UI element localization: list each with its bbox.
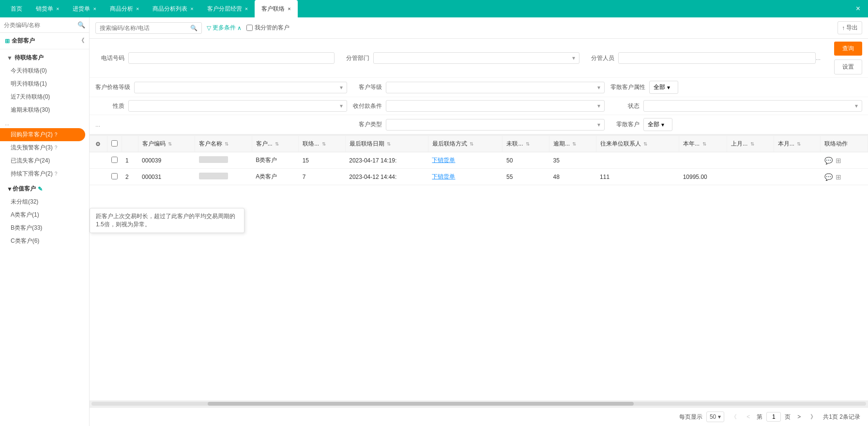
page-label: 第 bbox=[757, 413, 762, 421]
sidebar-item-tomorrow-pending[interactable]: 明天待联络(1) bbox=[0, 77, 89, 90]
filter-phone: 电话号码 bbox=[95, 52, 335, 64]
sort-icon-last-contact-date: ⇅ bbox=[387, 141, 391, 147]
search-input[interactable] bbox=[100, 25, 188, 31]
close-tab-sales[interactable]: × bbox=[56, 6, 59, 12]
payment-select[interactable]: ▾ bbox=[386, 100, 605, 112]
first-page-button[interactable]: 《 bbox=[728, 412, 740, 422]
th-type[interactable]: 客户... ⇅ bbox=[252, 136, 299, 152]
th-this-month[interactable]: 本月... ⇅ bbox=[774, 136, 821, 152]
grid-action-icon-2[interactable]: ⊞ bbox=[836, 173, 841, 181]
th-overdue[interactable]: 逾期... ⇅ bbox=[549, 136, 596, 152]
td-unit-contacts-1 bbox=[596, 152, 679, 169]
filter-retail-customer: 零散客户 全部 ▾ bbox=[610, 118, 862, 131]
sidebar-search-icon[interactable]: 🔍 bbox=[77, 21, 85, 29]
close-tab-product-analysis[interactable]: × bbox=[136, 6, 139, 12]
td-code-2: 000031 bbox=[138, 169, 195, 185]
th-contact[interactable]: 联络... ⇅ bbox=[299, 136, 346, 152]
sidebar-pending-contact-title[interactable]: ▼ 待联络客户 bbox=[0, 51, 89, 64]
chat-icon-1[interactable]: 💬 bbox=[824, 157, 833, 164]
query-button[interactable]: 查询 bbox=[834, 42, 862, 56]
search-icon[interactable]: 🔍 bbox=[190, 25, 198, 31]
next-page-button[interactable]: > bbox=[794, 412, 804, 421]
th-last-month[interactable]: 上月... ⇅ bbox=[727, 136, 774, 152]
sidebar-item-loss-warning[interactable]: 流失预警客户(3) ? bbox=[0, 141, 89, 154]
customer-type-select[interactable]: ▾ bbox=[386, 119, 605, 131]
settings-button[interactable]: 设置 bbox=[834, 59, 862, 74]
link-method-2[interactable]: 下销货单 bbox=[432, 173, 455, 180]
phone-input[interactable] bbox=[128, 52, 335, 64]
scrollbar-thumb[interactable] bbox=[208, 402, 634, 406]
close-tab-purchase[interactable]: × bbox=[93, 6, 96, 12]
sidebar-item-7days-pending[interactable]: 近7天待联络(0) bbox=[0, 90, 89, 103]
sidebar-item-already-lost[interactable]: 已流失客户(24) bbox=[0, 154, 89, 167]
link-method-1[interactable]: 下销货单 bbox=[432, 157, 455, 163]
th-settings[interactable]: ⚙ bbox=[90, 136, 107, 152]
page-number-input[interactable] bbox=[766, 412, 781, 422]
sidebar-item-a-class[interactable]: A类客户(1) bbox=[0, 208, 89, 221]
grid-action-icon-1[interactable]: ⊞ bbox=[836, 157, 841, 164]
sidebar-item-c-class[interactable]: C类客户(6) bbox=[0, 235, 89, 248]
td-type-2: A类客户 bbox=[252, 169, 299, 185]
retail-attr-select[interactable]: 全部 ▾ bbox=[649, 81, 678, 94]
th-last-contact-date[interactable]: 最后联络日期 ⇅ bbox=[345, 136, 428, 152]
row2-checkbox[interactable] bbox=[111, 173, 118, 179]
per-page-arrow-icon: ▾ bbox=[718, 413, 721, 420]
nature-select[interactable]: ▾ bbox=[128, 100, 347, 112]
more-conditions-button[interactable]: ▽ 更多条件 ∧ bbox=[207, 24, 242, 32]
select-all-checkbox[interactable] bbox=[111, 140, 118, 147]
sidebar-more-dots[interactable]: ... bbox=[0, 118, 89, 128]
close-tab-customer-tiered[interactable]: × bbox=[245, 6, 248, 12]
status-select[interactable]: ▾ bbox=[643, 100, 862, 112]
th-unit-contacts[interactable]: 往来单位联系人 ⇅ bbox=[596, 136, 679, 152]
sidebar-item-b-class[interactable]: B类客户(33) bbox=[0, 221, 89, 235]
sidebar-value-customer-title[interactable]: ▼ 价值客户 ✎ bbox=[0, 182, 89, 195]
retail-customer-select[interactable]: 全部 ▾ bbox=[643, 118, 672, 131]
close-tab-product-analysis-list[interactable]: × bbox=[190, 6, 193, 12]
customer-table: ⚙ 客户编码 ⇅ 客户名称 ⇅ bbox=[90, 136, 868, 185]
tab-customer-tiered[interactable]: 客户分层经营 × bbox=[200, 0, 255, 17]
th-last-contact-method[interactable]: 最后联络方式 ⇅ bbox=[428, 136, 503, 152]
tab-product-analysis-list[interactable]: 商品分析列表 × bbox=[146, 0, 200, 17]
sidebar-item-ungroup[interactable]: 未分组(32) bbox=[0, 195, 89, 208]
price-grade-select[interactable]: ▾ bbox=[134, 82, 347, 93]
dept-select[interactable]: ▾ bbox=[373, 52, 579, 64]
manager-input[interactable] bbox=[618, 52, 816, 64]
chat-icon-2[interactable]: 💬 bbox=[824, 173, 833, 181]
horizontal-scrollbar[interactable] bbox=[90, 400, 868, 407]
sidebar-item-overdue-no-contact[interactable]: 逾期未联络(30) bbox=[0, 103, 89, 117]
tab-purchase[interactable]: 进货单 × bbox=[66, 0, 103, 17]
sidebar-all-customers[interactable]: ⊞ 全部客户 《 bbox=[0, 33, 89, 49]
filter-more-dots[interactable]: ... bbox=[95, 121, 100, 128]
th-index bbox=[122, 136, 138, 152]
edit-icon[interactable]: ✎ bbox=[38, 186, 43, 192]
close-tab-customer-contact[interactable]: × bbox=[288, 6, 290, 12]
th-name[interactable]: 客户名称 ⇅ bbox=[195, 136, 252, 152]
help-icon-loss[interactable]: ? bbox=[55, 145, 58, 150]
sidebar-item-repurchase-abnormal[interactable]: 回购异常客户(2) ? bbox=[0, 128, 85, 141]
manager-dots[interactable]: ... bbox=[816, 55, 821, 61]
row1-checkbox[interactable] bbox=[111, 157, 118, 163]
tab-sales[interactable]: 销货单 × bbox=[29, 0, 66, 17]
td-overdue-1: 35 bbox=[549, 152, 596, 169]
help-icon-repurchase[interactable]: ? bbox=[55, 132, 58, 137]
th-no-contact[interactable]: 未联... ⇅ bbox=[503, 136, 549, 152]
my-customers-checkbox[interactable] bbox=[246, 25, 253, 31]
sidebar-collapse-icon[interactable]: 《 bbox=[78, 37, 84, 45]
sidebar-item-today-pending[interactable]: 今天待联络(0) bbox=[0, 64, 89, 77]
tab-customer-contact[interactable]: 客户联络 × bbox=[255, 0, 297, 17]
close-window-button[interactable]: × bbox=[852, 4, 864, 13]
th-code[interactable]: 客户编码 ⇅ bbox=[138, 136, 195, 152]
customer-grade-select[interactable]: ▾ bbox=[386, 82, 605, 93]
per-page-select[interactable]: 50 ▾ bbox=[706, 411, 724, 422]
filter-nature: 性质 ▾ bbox=[95, 100, 347, 112]
sidebar-item-continuous-down[interactable]: 持续下滑客户(2) ? bbox=[0, 167, 89, 180]
sidebar-value-customer-group: ▼ 价值客户 ✎ 未分组(32) A类客户(1) B类客户(33) C类客户(6… bbox=[0, 180, 89, 250]
th-this-year[interactable]: 本年... ⇅ bbox=[679, 136, 727, 152]
export-button[interactable]: ↑ 导出 bbox=[838, 21, 862, 34]
last-page-button[interactable]: 》 bbox=[807, 412, 819, 422]
tab-product-analysis[interactable]: 商品分析 × bbox=[103, 0, 146, 17]
sidebar-search-input[interactable] bbox=[4, 22, 77, 29]
prev-page-button[interactable]: < bbox=[744, 412, 753, 421]
help-icon-continuous-down[interactable]: ? bbox=[55, 171, 58, 176]
tab-home[interactable]: 首页 bbox=[4, 0, 29, 17]
